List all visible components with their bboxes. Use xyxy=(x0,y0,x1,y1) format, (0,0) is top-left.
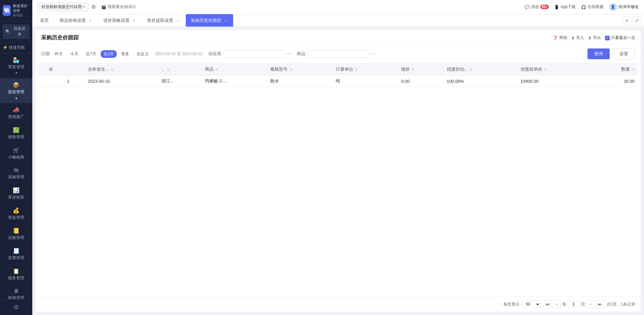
supplier-dots[interactable]: ··· xyxy=(286,51,291,57)
supplier-input[interactable] xyxy=(223,50,284,58)
sidebar-item-finance[interactable]: 💰 资金管理 xyxy=(0,204,32,224)
only-last-checkbox[interactable]: ✓ 只看最后一次 xyxy=(605,35,635,41)
th-discount-pct[interactable]: 优惠折扣... ⇅ xyxy=(443,64,517,75)
sidebar-item-invoice[interactable]: 🧾 发票管理 xyxy=(0,244,32,265)
th-extra[interactable]: ... ⇅ xyxy=(158,64,202,75)
inventory-icon: 📊 xyxy=(13,187,20,194)
date-btn-yesterday[interactable]: 昨天 xyxy=(52,50,66,58)
date-btn-today[interactable]: 今天 xyxy=(67,50,81,58)
tax-icon: 📋 xyxy=(13,268,20,274)
page-number-input[interactable] xyxy=(568,301,580,308)
app-download-button[interactable]: 📱 App下载 xyxy=(554,4,576,10)
tab-pricing-strategy[interactable]: 进价策略设置 × xyxy=(98,14,141,27)
export-button[interactable]: ⬆ 导出 xyxy=(588,35,601,41)
th-pre-discount-price[interactable]: 优惠前单价 ⇅ xyxy=(517,64,593,75)
filter-settings-button[interactable]: 设置 xyxy=(612,48,635,59)
page-last-button[interactable]: ⏭ xyxy=(596,300,604,308)
product-select[interactable]: 好业财标准版交付试用 ▾ xyxy=(38,2,88,11)
th-gear[interactable]: ⚙ xyxy=(38,64,64,75)
sidebar-shortcut[interactable]: ⚡ 快捷导航 xyxy=(0,42,32,54)
sidebar-item-retail-label: 零售管理 xyxy=(8,64,24,70)
page-first-button[interactable]: ⏮ xyxy=(543,300,551,308)
td-product: 丙烯酸-2-... xyxy=(202,75,267,87)
date-btn-1month[interactable]: 近1月 xyxy=(101,50,117,58)
marketing-icon: 📣 xyxy=(13,107,20,113)
sidebar-item-ecommerce-small[interactable]: 🛒 小畅电商 xyxy=(0,144,32,164)
search-menu-label: 搜索菜单 xyxy=(12,26,27,37)
tab-bar: 首页 商品价格设置 × 进价策略设置 × 售价提取设置 × 采购历史价跟踪 × … xyxy=(32,14,644,27)
tab-price-close[interactable]: × xyxy=(88,18,93,23)
app-download-icon: 📱 xyxy=(554,5,559,9)
tab-price-label: 商品价格设置 xyxy=(60,18,86,24)
th-quantity[interactable]: 数量 ⇅ xyxy=(593,64,638,75)
date-btn-custom[interactable]: 自定义 xyxy=(134,50,152,58)
tab-maximize-button[interactable]: ⤢ xyxy=(633,16,641,25)
sort-icon-spec: ⇅ xyxy=(290,68,292,71)
app-download-label: App下载 xyxy=(561,4,576,10)
sidebar-item-tax[interactable]: 📋 税务管理 xyxy=(0,265,32,285)
sidebar-item-wholesale[interactable]: 📦 批发管理 ▴ xyxy=(0,78,32,103)
sort-icon-discount-pct: ⇅ xyxy=(470,68,472,71)
ecommerce-icon: 🖥 xyxy=(13,288,19,294)
sidebar-settings-icon[interactable]: ⚙ xyxy=(13,304,19,311)
date-range-text: 2023-05-02 至 2023-06-02 xyxy=(155,51,203,57)
sidebar-settings[interactable]: ⚙ xyxy=(0,299,32,315)
shortcut-icon: ⚡ xyxy=(3,45,8,50)
maximize-icon: ⤢ xyxy=(635,18,639,23)
export-icon: ⬆ xyxy=(588,36,592,40)
tab-price[interactable]: 商品价格设置 × xyxy=(55,14,98,27)
import-button[interactable]: ⬇ 导入 xyxy=(571,35,584,41)
sidebar-item-marketing[interactable]: 📣 营销推广 xyxy=(0,103,32,124)
per-page-select[interactable]: 50 10 20 100 xyxy=(522,300,541,308)
td-quoted-price: 0.00 xyxy=(398,75,443,87)
tab-pricing-strategy-close[interactable]: × xyxy=(132,18,136,23)
supplier-filter-group: 供应商 ··· xyxy=(208,50,291,58)
date-btn-more[interactable]: 更多 xyxy=(118,50,132,58)
product-dots[interactable]: ··· xyxy=(370,51,375,57)
sidebar-item-account[interactable]: 📒 总账管理 xyxy=(0,224,32,244)
user-avatar: 👤 xyxy=(609,3,617,11)
tab-home[interactable]: 首页 xyxy=(35,14,54,27)
tab-purchase-history[interactable]: 采购历史价跟踪 × xyxy=(186,14,233,27)
sidebar-search[interactable]: 🔍 搜索菜单 xyxy=(0,22,32,42)
online-service-button[interactable]: 🎧 在线客服 xyxy=(581,4,604,10)
sidebar-item-wholesale-label: 批发管理 xyxy=(8,89,24,95)
sidebar-item-ecommerce[interactable]: 🖥 电商管理 xyxy=(0,285,32,299)
th-product[interactable]: 商品 ⇅ xyxy=(202,64,267,75)
chevron-down-icon: ▾ xyxy=(83,5,85,9)
product-input[interactable] xyxy=(308,50,368,58)
th-unit[interactable]: 计量单位 ⇅ xyxy=(332,64,398,75)
message-badge: 99+ xyxy=(540,5,549,9)
import-label: 导入 xyxy=(576,35,584,41)
sidebar-item-retail[interactable]: 🏪 零售管理 ▾ xyxy=(0,54,32,78)
tab-sale-price[interactable]: 售价提取设置 × xyxy=(142,14,185,27)
td-pre-discount-price: 10900.00 xyxy=(517,75,593,87)
sidebar-item-inventory[interactable]: 📊 库存核算 xyxy=(0,184,32,204)
topbar-settings-icon[interactable]: ⚙ xyxy=(91,4,96,10)
demo-icon: 🎬 xyxy=(101,5,106,9)
tab-sale-price-close[interactable]: × xyxy=(175,18,180,23)
th-biz-date[interactable]: 业务发生... ⇅ xyxy=(84,64,158,75)
column-settings-icon[interactable]: ⚙ xyxy=(49,67,53,72)
sidebar-item-account-label: 总账管理 xyxy=(8,235,24,241)
message-button[interactable]: 💬 消息 99+ xyxy=(525,4,549,10)
sidebar-item-sales[interactable]: 💹 销售管理 xyxy=(0,124,32,144)
date-btn-7days[interactable]: 近7天 xyxy=(83,50,99,58)
tab-close-all-button[interactable]: × xyxy=(622,16,631,25)
import-icon: ⬇ xyxy=(571,36,575,40)
sidebar-item-purchase[interactable]: 🛍 采购管理 xyxy=(0,164,32,184)
user-menu[interactable]: 👤 徐泽华修改 xyxy=(609,3,639,11)
tab-purchase-history-close[interactable]: × xyxy=(223,18,228,23)
query-button[interactable]: 查询 xyxy=(587,48,610,59)
page-next-button[interactable]: › xyxy=(586,300,595,308)
demo-link[interactable]: 🎬 我要看实例演示 xyxy=(101,4,136,10)
th-spec[interactable]: 规格型号 ⇅ xyxy=(267,64,332,75)
th-extra-label: ... xyxy=(162,67,165,72)
search-menu-button[interactable]: 🔍 搜索菜单 xyxy=(3,24,30,39)
sort-icon-extra: ⇅ xyxy=(167,68,170,72)
page-actions: ❓ 帮助 ⬇ 导入 ⬆ 导出 ✓ 只看最后一次 xyxy=(553,35,635,41)
help-button[interactable]: ❓ 帮助 xyxy=(553,35,567,41)
pagination: 每页显示 50 10 20 100 ⏮ ‹ 第 页 › ⏭ 共1页，1条记录 xyxy=(36,296,641,312)
page-prev-button[interactable]: ‹ xyxy=(553,300,561,308)
th-quoted-price[interactable]: 报价 ⇅ xyxy=(398,64,443,75)
